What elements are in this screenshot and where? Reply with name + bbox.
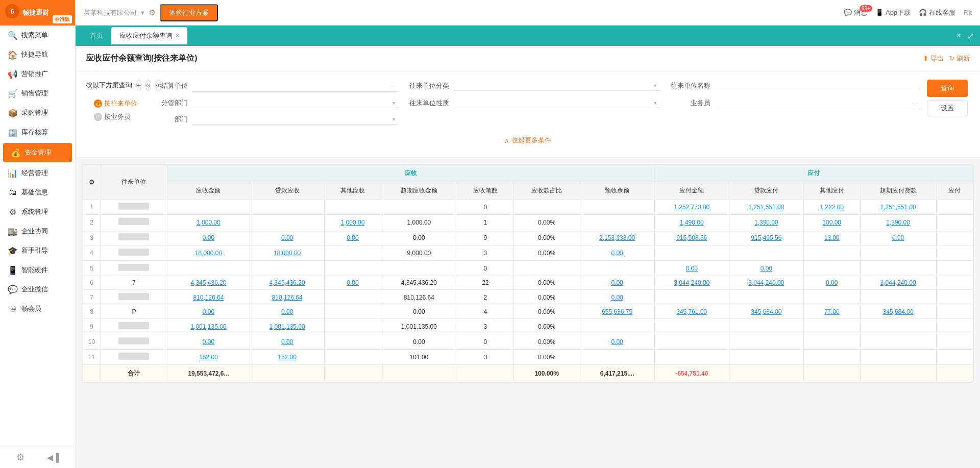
table-cell[interactable]: 0.00: [580, 276, 654, 290]
table-cell[interactable]: 1,390.00: [729, 215, 803, 230]
table-cell[interactable]: 4,345,436.20: [167, 276, 250, 290]
table-cell[interactable]: 0.00: [250, 230, 325, 245]
export-icon: ⬆: [923, 55, 928, 62]
table-cell[interactable]: 1,000.00: [167, 215, 250, 230]
table-cell[interactable]: 0.00: [250, 334, 325, 350]
settings-btn[interactable]: 设置: [927, 100, 968, 116]
scheme-staff-label: 按业务员: [104, 112, 131, 121]
tab-home[interactable]: 首页: [82, 27, 111, 44]
sidebar-item-corp[interactable]: 🏬企业协同: [0, 221, 75, 241]
table-cell[interactable]: 0.00: [167, 230, 250, 245]
sidebar-item-marketing[interactable]: 📢营销推广: [0, 64, 75, 84]
table-cell[interactable]: 1,001,135.00: [167, 319, 250, 334]
table-cell[interactable]: 0.00: [654, 261, 729, 276]
field-branch-input[interactable]: ▾: [192, 114, 398, 125]
table-cell[interactable]: 1,222.00: [803, 200, 860, 215]
table-cell: [936, 319, 973, 334]
export-btn[interactable]: ⬆ 导出: [923, 54, 944, 63]
table-cell[interactable]: 1,252,773.00: [654, 200, 729, 215]
table-cell[interactable]: 3,044,240.00: [729, 276, 803, 290]
table-cell[interactable]: 1,490.00: [654, 215, 729, 230]
table-cell[interactable]: 915,508.56: [654, 230, 729, 245]
table-cell[interactable]: 0.00: [803, 276, 860, 290]
table-cell[interactable]: 0.00: [729, 261, 803, 276]
table-cell[interactable]: 0.00: [325, 230, 381, 245]
field-partner-nature-input[interactable]: ▾: [453, 98, 659, 108]
sidebar-item-smart[interactable]: 📱智能硬件: [0, 260, 75, 280]
field-settlement-input[interactable]: ···: [192, 80, 398, 92]
sidebar-item-base[interactable]: 🗂基础信息: [0, 183, 75, 202]
table-cell[interactable]: 0.00: [325, 276, 381, 290]
table-cell[interactable]: 3,044,240.00: [654, 276, 729, 290]
topbar-promo-btn[interactable]: 体验行业方案: [160, 4, 218, 21]
table-cell[interactable]: 810,126.64: [167, 290, 250, 305]
table-cell[interactable]: 2,153,333.00: [580, 230, 654, 245]
table-cell[interactable]: 18,000.00: [250, 245, 325, 261]
table-cell[interactable]: 0.00: [580, 334, 654, 350]
table-cell[interactable]: 4,345,436.20: [250, 276, 325, 290]
table-cell[interactable]: 18,000.00: [167, 245, 250, 261]
footer-ar-total[interactable]: 19,553,472,6...: [167, 365, 250, 382]
table-cell[interactable]: 1,000.00: [325, 215, 381, 230]
table-cell[interactable]: 100.00: [803, 215, 860, 230]
table-cell[interactable]: 0.00: [860, 230, 936, 245]
sidebar-item-nav[interactable]: 🏠快捷导航: [0, 45, 75, 64]
table-cell[interactable]: 1,390.00: [860, 215, 936, 230]
table-cell[interactable]: 0.00: [167, 305, 250, 319]
table-cell[interactable]: 345,761.00: [654, 305, 729, 319]
field-dept-input[interactable]: ▾: [192, 98, 398, 108]
sidebar-item-system[interactable]: ⚙系统管理: [0, 202, 75, 221]
tab-action-close[interactable]: ×: [957, 31, 961, 41]
sidebar-item-vip[interactable]: ♾畅会员: [0, 299, 75, 318]
topbar-msg-btn[interactable]: 💬 消息 99+: [844, 8, 867, 17]
table-cell[interactable]: 345,684.00: [729, 305, 803, 319]
filter-collapse-btn[interactable]: ∧ 收起更多条件: [86, 132, 970, 149]
sidebar-item-purchase[interactable]: 📦采购管理: [0, 103, 75, 122]
sidebar-item-inventory[interactable]: 🏢库存核算: [0, 122, 75, 142]
filter-add-btn[interactable]: +: [136, 80, 141, 91]
table-cell[interactable]: 77.00: [803, 305, 860, 319]
table-cell[interactable]: 0.00: [580, 290, 654, 305]
sidebar-collapse-icon[interactable]: ◀▐: [47, 453, 59, 462]
row-index: 8: [83, 305, 101, 319]
table-cell[interactable]: 915,495.56: [729, 230, 803, 245]
sidebar-settings-icon[interactable]: ⚙: [16, 452, 24, 463]
table-cell[interactable]: 152.00: [167, 350, 250, 365]
col-settings-header[interactable]: ⚙: [83, 165, 101, 200]
tab-action-expand[interactable]: ⤢: [967, 31, 974, 41]
table-cell[interactable]: 345,684.00: [860, 305, 936, 319]
table-cell[interactable]: 3,044,240.00: [860, 276, 936, 290]
sidebar-item-search[interactable]: 🔍搜索菜单: [0, 26, 75, 45]
query-btn[interactable]: 查询: [927, 80, 968, 97]
table-cell[interactable]: 655,636.75: [580, 305, 654, 319]
filter-scheme-staff[interactable]: ⏱ 按业务员: [90, 110, 147, 124]
table-cell: 0.00%: [513, 215, 580, 230]
field-staff-input[interactable]: ···: [715, 97, 921, 109]
topbar-dropdown-icon[interactable]: ▾: [141, 9, 144, 16]
sidebar-item-wechat[interactable]: 💬企业微信: [0, 280, 75, 299]
field-partner-name-input[interactable]: [715, 84, 921, 88]
table-cell[interactable]: 152.00: [250, 350, 325, 365]
table-cell[interactable]: 1,251,551.00: [860, 200, 936, 215]
tab-close-btn[interactable]: ×: [176, 32, 179, 39]
table-cell[interactable]: 13.00: [803, 230, 860, 245]
filter-scheme-partner[interactable]: 💰 按往来单位: [90, 97, 147, 110]
table-cell[interactable]: 1,001,135.00: [250, 319, 325, 334]
table-cell[interactable]: 0.00: [250, 305, 325, 319]
table-cell[interactable]: 0.00: [580, 245, 654, 261]
sidebar-item-operations[interactable]: 📊经营管理: [0, 163, 75, 183]
topbar-service-btn[interactable]: 🎧 在线客服: [919, 8, 955, 17]
table-cell[interactable]: 1,251,551.00: [729, 200, 803, 215]
table-cell: 101.00: [381, 350, 457, 365]
table-cell[interactable]: 0.00: [167, 334, 250, 350]
topbar-gear-icon[interactable]: ⚙: [149, 8, 156, 17]
table-cell[interactable]: 810,126.64: [250, 290, 325, 305]
topbar-app-btn[interactable]: 📱 App下载: [875, 8, 911, 17]
sidebar-item-guide[interactable]: 🎓新手引导: [0, 241, 75, 260]
tab-ar-query[interactable]: 应收应付余额查询 ×: [111, 27, 187, 44]
sidebar-item-finance[interactable]: 💰资金管理: [3, 143, 72, 162]
sidebar-item-sales[interactable]: 🛒销售管理: [0, 84, 75, 103]
table-settings-icon[interactable]: ⚙: [89, 178, 95, 186]
refresh-btn[interactable]: ↻ 刷新: [949, 54, 970, 63]
field-partner-type-input[interactable]: ▾: [453, 81, 659, 91]
